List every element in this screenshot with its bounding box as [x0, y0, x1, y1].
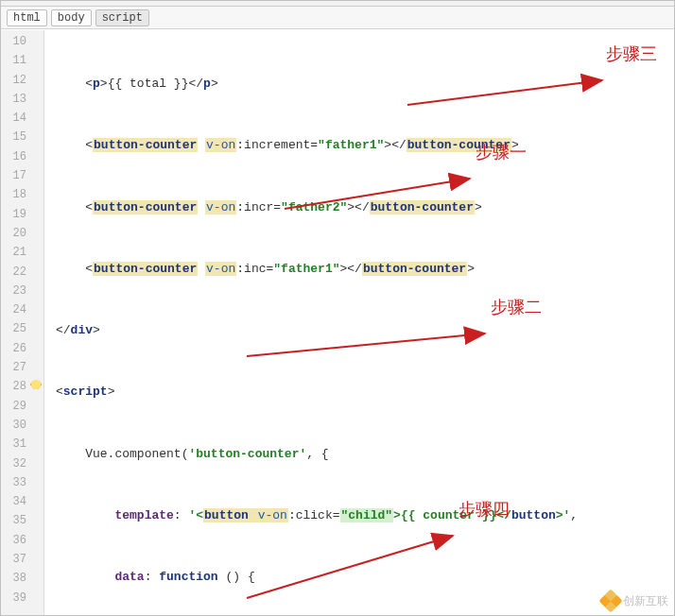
code-line: data: function () {	[44, 568, 674, 587]
line-number: 24	[1, 300, 43, 319]
code-line: </div>	[44, 321, 674, 340]
line-number: 17	[1, 166, 43, 185]
code-line: template: '<button v-on:click="child">{{…	[44, 506, 674, 525]
line-number: 20	[1, 224, 43, 243]
line-number: 30	[1, 416, 43, 435]
line-number: 19	[1, 205, 43, 224]
line-number: 21	[1, 243, 43, 262]
breadcrumb-item-script[interactable]: script	[95, 9, 149, 26]
gutter: 10 11 12 13 14 15 16 17 18 19 20 21 22 2…	[1, 30, 44, 615]
line-number: 27	[1, 358, 43, 377]
line-number: 29	[1, 397, 43, 416]
line-number: 13	[1, 90, 43, 109]
code-line: <button-counter v-on:increment="father1"…	[44, 136, 674, 155]
code-content[interactable]: <p>{{ total }}</p> <button-counter v-on:…	[44, 30, 674, 615]
line-number: 25	[1, 319, 43, 338]
code-line: <button-counter v-on:incr="father2"></bu…	[44, 198, 674, 217]
code-line: Vue.component('button-counter', {	[44, 445, 674, 464]
line-number: 14	[1, 109, 43, 128]
line-number: 16	[1, 147, 43, 166]
line-number: 36	[1, 531, 43, 550]
line-number: 37	[1, 550, 43, 569]
watermark: 创新互联	[602, 592, 668, 609]
code-line: <p>{{ total }}</p>	[44, 75, 674, 94]
code-line: <script>	[44, 383, 674, 402]
line-number: 34	[1, 492, 43, 511]
line-number: 39	[1, 589, 43, 607]
code-area: 10 11 12 13 14 15 16 17 18 19 20 21 22 2…	[1, 30, 674, 615]
line-number: 15	[1, 128, 43, 146]
line-number: 33	[1, 473, 43, 492]
line-number: 23	[1, 282, 43, 300]
breadcrumb: html body script	[1, 7, 674, 29]
line-number: 18	[1, 185, 43, 204]
line-number: 11	[1, 51, 43, 70]
breadcrumb-item-body[interactable]: body	[51, 9, 92, 26]
breadcrumb-item-html[interactable]: html	[7, 9, 47, 26]
line-number-bulb[interactable]: 28	[1, 377, 43, 396]
code-line: <button-counter v-on:inc="father1"></but…	[44, 260, 674, 279]
watermark-text: 创新互联	[623, 593, 668, 609]
line-number: 10	[1, 32, 43, 51]
line-number: 22	[1, 263, 43, 282]
editor-window: html body script 10 11 12 13 14 15 16 17…	[0, 0, 675, 616]
line-number: 12	[1, 71, 43, 90]
line-number: 32	[1, 454, 43, 473]
line-number: 35	[1, 511, 43, 530]
line-number: 31	[1, 435, 43, 453]
line-number: 38	[1, 569, 43, 588]
watermark-logo-icon	[598, 589, 622, 612]
line-number: 26	[1, 339, 43, 358]
